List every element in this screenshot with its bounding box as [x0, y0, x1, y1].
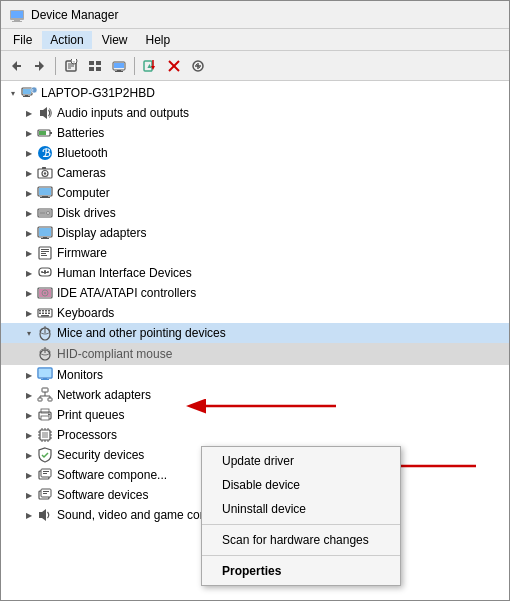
- svg-rect-15: [96, 61, 101, 65]
- context-menu-disable-device[interactable]: Disable device: [202, 473, 400, 497]
- tree-item-hid[interactable]: ▶ Human Interface Devices: [1, 263, 509, 283]
- svg-rect-55: [40, 212, 45, 214]
- back-button[interactable]: [5, 55, 27, 77]
- svg-rect-20: [117, 70, 121, 71]
- svg-rect-17: [96, 67, 101, 71]
- menu-help[interactable]: Help: [138, 31, 179, 49]
- svg-rect-78: [48, 310, 50, 312]
- svg-rect-97: [38, 398, 42, 401]
- firmware-arrow: ▶: [21, 245, 37, 261]
- tree-item-print[interactable]: ▶ Print queues: [1, 405, 509, 425]
- ide-label: IDE ATA/ATAPI controllers: [57, 286, 196, 300]
- svg-rect-104: [41, 416, 49, 420]
- display-arrow: ▶: [21, 225, 37, 241]
- disk-arrow: ▶: [21, 205, 37, 221]
- mice-sub-icon: [37, 346, 53, 362]
- svg-rect-2: [14, 20, 20, 21]
- menu-bar: File Action View Help: [1, 29, 509, 51]
- tree-item-computer[interactable]: ▶ Computer: [1, 183, 509, 203]
- svg-rect-64: [41, 255, 47, 256]
- computer-button[interactable]: [108, 55, 130, 77]
- audio-arrow: ▶: [21, 105, 37, 121]
- tree-item-audio[interactable]: ▶ Audio inputs and outputs: [1, 103, 509, 123]
- tree-item-monitors[interactable]: ▶ Monitors: [1, 365, 509, 385]
- processors-label: Processors: [57, 428, 117, 442]
- view-button[interactable]: [84, 55, 106, 77]
- svg-rect-76: [42, 310, 44, 312]
- disk-icon: [37, 205, 53, 221]
- tree-item-cameras[interactable]: ▶ Cameras: [1, 163, 509, 183]
- context-update-driver-label: Update driver: [222, 454, 294, 468]
- properties-button[interactable]: ?: [60, 55, 82, 77]
- svg-rect-47: [42, 167, 46, 169]
- hid-arrow: ▶: [21, 265, 37, 281]
- context-menu-scan-hardware[interactable]: Scan for hardware changes: [202, 528, 400, 552]
- tree-root[interactable]: ▾ ! LAPTOP-G31P2HBD: [1, 83, 509, 103]
- keyboards-arrow: ▶: [21, 305, 37, 321]
- svg-rect-128: [43, 493, 47, 494]
- tree-item-mice-sub[interactable]: HID-compliant mouse: [1, 343, 509, 365]
- forward-button[interactable]: [29, 55, 51, 77]
- tree-item-disk[interactable]: ▶ Disk drives: [1, 203, 509, 223]
- svg-rect-123: [43, 471, 49, 472]
- update-driver-toolbar[interactable]: ▲: [139, 55, 161, 77]
- title-bar: Device Manager: [1, 1, 509, 29]
- menu-file[interactable]: File: [5, 31, 40, 49]
- network-label: Network adapters: [57, 388, 151, 402]
- softwarecomp-label: Software compone...: [57, 468, 167, 482]
- tree-item-mice[interactable]: ▾ Mice and other pointing devices: [1, 323, 509, 343]
- context-uninstall-device-label: Uninstall device: [222, 502, 306, 516]
- svg-rect-80: [42, 313, 44, 315]
- svg-rect-16: [89, 67, 94, 71]
- svg-rect-49: [39, 188, 51, 195]
- tree-item-bluetooth[interactable]: ▶ ℬ Bluetooth: [1, 143, 509, 163]
- svg-rect-34: [25, 95, 28, 96]
- hid-icon: [37, 265, 53, 281]
- firmware-label: Firmware: [57, 246, 107, 260]
- softwarecomp-icon: [37, 467, 53, 483]
- tree-item-firmware[interactable]: ▶ Firmware: [1, 243, 509, 263]
- context-sep-2: [202, 555, 400, 556]
- tree-item-ide[interactable]: ▶ IDE ATA/ATAPI controllers: [1, 283, 509, 303]
- svg-rect-33: [23, 89, 31, 94]
- uninstall-button[interactable]: [187, 55, 209, 77]
- disk-label: Disk drives: [57, 206, 116, 220]
- toolbar-sep-1: [55, 57, 56, 75]
- hid-label: Human Interface Devices: [57, 266, 192, 280]
- tree-item-batteries[interactable]: ▶ Batteries: [1, 123, 509, 143]
- context-menu-update-driver[interactable]: Update driver: [202, 449, 400, 473]
- sound-arrow: ▶: [21, 507, 37, 523]
- menu-action[interactable]: Action: [42, 31, 91, 49]
- svg-rect-3: [12, 21, 22, 22]
- softwaredev-arrow: ▶: [21, 487, 37, 503]
- window-title: Device Manager: [31, 8, 118, 22]
- firmware-icon: [37, 245, 53, 261]
- tree-item-network[interactable]: ▶ Network adapters: [1, 385, 509, 405]
- menu-view[interactable]: View: [94, 31, 136, 49]
- toolbar-sep-2: [134, 57, 135, 75]
- root-label: LAPTOP-G31P2HBD: [41, 86, 155, 100]
- svg-rect-58: [43, 237, 47, 238]
- audio-label: Audio inputs and outputs: [57, 106, 189, 120]
- tree-item-keyboards[interactable]: ▶ Keyboards: [1, 303, 509, 323]
- context-menu-properties[interactable]: Properties: [202, 559, 400, 583]
- bluetooth-icon: ℬ: [37, 145, 53, 161]
- svg-point-106: [48, 414, 50, 416]
- root-expand-arrow: ▾: [5, 85, 21, 101]
- context-menu-uninstall-device[interactable]: Uninstall device: [202, 497, 400, 521]
- svg-marker-4: [12, 61, 17, 71]
- keyboards-label: Keyboards: [57, 306, 114, 320]
- svg-rect-69: [42, 272, 48, 273]
- ide-arrow: ▶: [21, 285, 37, 301]
- svg-rect-95: [41, 379, 49, 380]
- tree-item-processors[interactable]: ▶ Proces: [1, 425, 509, 445]
- softwarecomp-arrow: ▶: [21, 467, 37, 483]
- network-arrow: ▶: [21, 387, 37, 403]
- ide-icon: [37, 285, 53, 301]
- tree-item-display[interactable]: ▶ Display adapters: [1, 223, 509, 243]
- print-icon: [37, 407, 53, 423]
- svg-rect-124: [43, 473, 47, 474]
- svg-rect-14: [89, 61, 94, 65]
- svg-rect-77: [45, 310, 47, 312]
- disable-button[interactable]: [163, 55, 185, 77]
